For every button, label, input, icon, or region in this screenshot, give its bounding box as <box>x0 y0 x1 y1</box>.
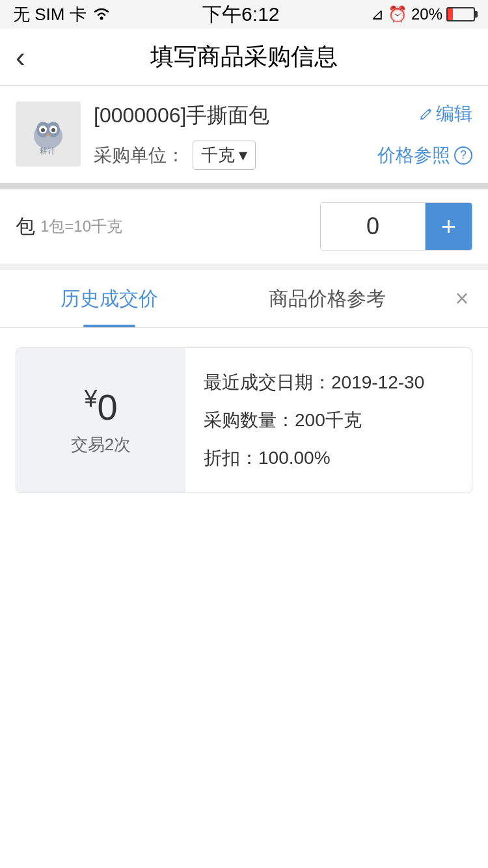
price-amount: ¥0 <box>84 385 117 429</box>
purchase-unit-label: 采购单位： <box>94 143 185 168</box>
purchase-unit-left: 采购单位： 千克 ▾ <box>94 141 256 170</box>
svg-point-0 <box>100 16 103 20</box>
svg-point-6 <box>41 128 45 132</box>
wifi-icon <box>92 5 111 25</box>
tab-history-price[interactable]: 历史成交价 <box>0 270 218 327</box>
location-icon: ⊿ <box>371 5 384 23</box>
plus-button[interactable]: + <box>425 203 472 250</box>
purchase-unit-row: 采购单位： 千克 ▾ 价格参照 ? <box>94 141 472 170</box>
tabs-section: 历史成交价 商品价格参考 × ¥0 交易2次 最近成交日期：2019-12-30… <box>0 270 488 513</box>
purchase-quantity: 采购数量：200千克 <box>204 407 454 434</box>
back-button[interactable]: ‹ <box>16 43 25 72</box>
bottom-area <box>0 513 488 868</box>
dropdown-arrow-icon: ▾ <box>239 145 247 165</box>
price-card: ¥0 交易2次 最近成交日期：2019-12-30 采购数量：200千克 折扣：… <box>16 347 472 493</box>
sim-status: 无 SIM 卡 <box>13 3 87 26</box>
price-ref-label: 价格参照 <box>377 143 450 168</box>
product-thumbnail: 耕计 <box>16 102 81 167</box>
price-card-right: 最近成交日期：2019-12-30 采购数量：200千克 折扣：100.00% <box>185 348 472 493</box>
quantity-control: + <box>320 202 472 251</box>
edit-button[interactable]: 编辑 <box>419 102 472 126</box>
currency-symbol: ¥ <box>84 385 97 412</box>
status-right: ⊿ ⏰ 20% <box>371 5 475 23</box>
battery-icon <box>446 7 475 21</box>
product-name: [0000006]手撕面包 <box>94 102 269 130</box>
discount: 折扣：100.00% <box>204 444 454 472</box>
product-row: 耕计 [0000006]手撕面包 编辑 采购单位： <box>16 102 472 170</box>
battery-percent: 20% <box>411 5 442 23</box>
nav-bar: ‹ 填写商品采购信息 <box>0 29 488 86</box>
status-bar: 无 SIM 卡 下午6:12 ⊿ ⏰ 20% <box>0 0 488 29</box>
page-title: 填写商品采购信息 <box>150 41 338 73</box>
quantity-section: 包 1包=10千克 + <box>0 189 488 264</box>
close-icon: × <box>455 285 468 312</box>
tabs-header: 历史成交价 商品价格参考 × <box>0 270 488 328</box>
product-section: 耕计 [0000006]手撕面包 编辑 采购单位： <box>0 86 488 183</box>
close-tab-button[interactable]: × <box>436 270 488 327</box>
trade-count: 交易2次 <box>71 433 131 456</box>
svg-text:耕计: 耕计 <box>40 146 55 156</box>
price-card-left: ¥0 交易2次 <box>16 348 185 493</box>
unit-dropdown[interactable]: 千克 ▾ <box>193 141 256 170</box>
edit-icon <box>419 107 433 121</box>
product-info: [0000006]手撕面包 编辑 采购单位： 千克 ▾ <box>94 102 472 170</box>
help-icon: ? <box>454 146 472 165</box>
history-price-content: ¥0 交易2次 最近成交日期：2019-12-30 采购数量：200千克 折扣：… <box>0 328 488 513</box>
quantity-input[interactable] <box>321 203 425 250</box>
unit-bao: 包 <box>16 213 35 240</box>
status-left: 无 SIM 卡 <box>13 3 111 26</box>
section-divider <box>0 183 488 189</box>
alarm-icon: ⏰ <box>388 5 407 23</box>
quantity-label: 包 1包=10千克 <box>16 213 122 240</box>
price-reference-button[interactable]: 价格参照 ? <box>377 143 472 168</box>
svg-point-7 <box>51 128 55 132</box>
product-title-row: [0000006]手撕面包 编辑 <box>94 102 472 130</box>
product-logo: 耕计 <box>25 111 71 157</box>
conversion-text: 1包=10千克 <box>40 216 122 237</box>
unit-value: 千克 <box>201 144 235 167</box>
last-trade-date: 最近成交日期：2019-12-30 <box>204 369 454 396</box>
status-time: 下午6:12 <box>202 1 279 28</box>
tab-product-price-ref[interactable]: 商品价格参考 <box>218 270 436 327</box>
